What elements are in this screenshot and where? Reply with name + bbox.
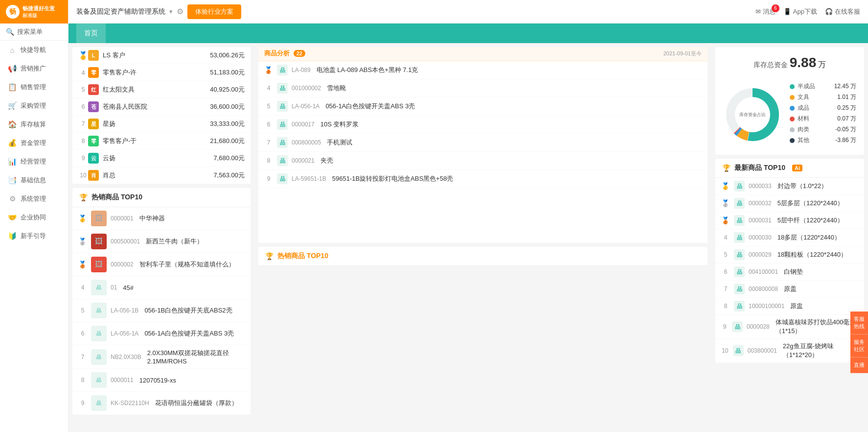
marketing-icon: 📢 bbox=[8, 64, 17, 73]
search-icon: 🔍 bbox=[6, 28, 14, 36]
gear-icon[interactable]: ⚙ bbox=[177, 7, 183, 16]
sidebar-item-sales[interactable]: 📋 销售管理 bbox=[0, 78, 68, 96]
customer-amount: 7,563.00元 bbox=[213, 171, 245, 180]
customer-badge: 零 bbox=[88, 136, 99, 146]
hot-product-row: 4 品 01 45# bbox=[72, 276, 251, 299]
top-rank-num: 7 bbox=[264, 139, 273, 146]
legend-value: -0.05 万 bbox=[835, 125, 856, 134]
medal-silver-icon: 🥈 bbox=[78, 238, 87, 245]
product-icon: 品 bbox=[277, 155, 288, 166]
trial-button[interactable]: 体验行业方案 bbox=[187, 4, 241, 19]
product-code: 0000028 bbox=[747, 323, 770, 330]
medal-bronze-icon: 🥉 bbox=[721, 216, 730, 224]
sidebar-item-operation[interactable]: 📊 经营管理 bbox=[0, 152, 68, 171]
home-icon: ⌂ bbox=[8, 46, 17, 54]
product-icon: 品 bbox=[734, 284, 745, 294]
sidebar-item-basic[interactable]: 📑 基础信息 bbox=[0, 171, 68, 190]
product-code: 01 bbox=[111, 284, 117, 291]
new-product-row: 8 品 10000100001 原盅 bbox=[715, 298, 864, 315]
trophy3-icon: 🏆 bbox=[722, 164, 731, 172]
product-code: 0000002 bbox=[111, 261, 134, 268]
product-image-placeholder: 品 bbox=[91, 326, 107, 341]
product-code: LA-089 bbox=[292, 67, 311, 73]
legend-item: 成品 0.25 万 bbox=[790, 104, 856, 112]
sidebar-item-purchase[interactable]: 🛒 采购管理 bbox=[0, 96, 68, 115]
legend-dot bbox=[790, 106, 795, 111]
hot-rank-num: 8 bbox=[78, 377, 87, 384]
customer-rank-row: 7 星 星扬 33,333.00元 bbox=[72, 116, 251, 133]
service-button[interactable]: 🎧 在线客服 bbox=[825, 7, 860, 16]
top-rank-num: 5 bbox=[264, 103, 273, 110]
new-product-row: 🥈 品 0000032 5层多层（1220*2440） bbox=[715, 195, 864, 212]
rank-num: 7 bbox=[78, 120, 88, 127]
product-code: 0000030 bbox=[749, 234, 772, 241]
product-name: 5层多层（1220*2440） bbox=[777, 199, 844, 208]
legend-dot bbox=[790, 138, 795, 143]
product-name: 原盖 bbox=[784, 285, 797, 293]
top-sell-row: 5 品 LA-056-1A 056-1A白色按键开关盖ABS 3壳 bbox=[258, 97, 708, 116]
search-menu[interactable]: 🔍 搜索菜单 bbox=[0, 24, 68, 41]
product-icon: 品 bbox=[277, 119, 288, 130]
float-live-button[interactable]: 直播 bbox=[850, 358, 868, 373]
dropdown-icon[interactable]: ▾ bbox=[169, 8, 173, 15]
sidebar-item-finance[interactable]: 💰 资金管理 bbox=[0, 134, 68, 152]
product-code: 0000017 bbox=[292, 121, 315, 128]
hot-products-list: 🥇 🖼 0000001 中华神器 🥈 🖼 000500001 新西兰牛肉（新牛）… bbox=[72, 207, 251, 415]
message-button[interactable]: ✉ 消息 6 bbox=[755, 7, 776, 16]
product-name: 056-1A白色按键开关盖ABS 3壳 bbox=[144, 329, 245, 338]
top-date: 2021-09-01至今 bbox=[663, 50, 702, 57]
app-logo: 畅 畅捷通好生意 标准版 bbox=[0, 0, 68, 24]
product-name: 22g鱼豆腐-烧烤味（1*12*20） bbox=[783, 342, 858, 360]
coop-icon: 🤝 bbox=[8, 213, 17, 222]
top-sell-row: 9 品 LA-59651-1B 59651-1B旋转投影灯电池盒ABS黑色+58… bbox=[258, 170, 708, 188]
top-section-label: 商品分析 22 bbox=[264, 49, 305, 58]
hot-rank-num: 6 bbox=[78, 330, 87, 337]
top-rank-num: 6 bbox=[264, 121, 273, 128]
message-icon: ✉ bbox=[755, 8, 761, 15]
product-code: LA-59651-1B bbox=[292, 175, 326, 182]
product-image-placeholder: 品 bbox=[91, 349, 107, 365]
sidebar-item-marketing[interactable]: 📢 营销推广 bbox=[0, 59, 68, 78]
sidebar-item-home[interactable]: ⌂ 快捷导航 bbox=[0, 41, 68, 59]
new-product-row: 4 品 0000030 18多层（1220*2440） bbox=[715, 229, 864, 246]
rank-num: 4 bbox=[78, 69, 88, 76]
float-community-button[interactable]: 服务社区 bbox=[850, 335, 868, 358]
customer-amount: 36,600.00元 bbox=[210, 102, 245, 111]
product-icon: 品 bbox=[734, 249, 745, 260]
new-product-row: 7 品 000800008 原盖 bbox=[715, 281, 864, 298]
customer-rank-row: 🥇 L LS 客户 53,006.26元 bbox=[72, 47, 251, 64]
sidebar-item-system[interactable]: ⚙ 系统管理 bbox=[0, 190, 68, 208]
left-panel: 🥇 L LS 客户 53,006.26元 4 零 零售客户-许 51,183.0… bbox=[69, 43, 254, 432]
product-code: LA-056-1A bbox=[292, 103, 320, 110]
product-code: 000800008 bbox=[749, 286, 778, 292]
product-image-placeholder: 品 bbox=[91, 395, 107, 411]
sidebar-item-inventory[interactable]: 🏠 库存核算 bbox=[0, 115, 68, 134]
legend-name: 半成品 bbox=[798, 82, 831, 91]
logo-text: 畅捷通好生意 标准版 bbox=[23, 5, 55, 18]
customer-name: 肖总 bbox=[103, 171, 213, 180]
customer-amount: 33,333.00元 bbox=[210, 120, 245, 128]
sidebar-item-guide[interactable]: 🔰 新手引导 bbox=[0, 227, 68, 245]
hot-product-row: 9 品 KK-SD22110H 花语萌恒温分蘸罐袋（厚款） bbox=[72, 392, 251, 415]
home-tab[interactable]: 首页 bbox=[76, 24, 106, 43]
new-products-card: 🏆 最新商品 TOP10 Ai 🥇 品 0000033 封边带（1.0*22） … bbox=[715, 159, 864, 363]
new-rank-num: 5 bbox=[721, 251, 730, 258]
donut-chart: 库存资金占比 bbox=[723, 85, 782, 144]
app-download-button[interactable]: 📱 App下载 bbox=[783, 7, 817, 16]
hot-middle-card: 🏆 热销商品 TOP10 bbox=[258, 247, 708, 266]
rank-num: 10 bbox=[78, 172, 88, 179]
new-rank-num: 4 bbox=[721, 234, 730, 241]
medal-gold-icon: 🥇 bbox=[721, 182, 730, 190]
hot-products-card: 🏆 热销商品 TOP10 🥇 🖼 0000001 中华神器 🥈 🖼 000500… bbox=[72, 188, 251, 415]
new-product-row: 🥇 品 0000033 封边带（1.0*22） bbox=[715, 178, 864, 195]
inventory-total: 库存总资金 9.88 万 bbox=[715, 47, 864, 78]
product-icon: 品 bbox=[277, 83, 288, 94]
sales-icon: 📋 bbox=[8, 83, 17, 92]
legend-item: 其他 -3.86 万 bbox=[790, 136, 856, 144]
sidebar-item-coop[interactable]: 🤝 企业协同 bbox=[0, 208, 68, 227]
product-name: 白钢垫 bbox=[784, 267, 803, 276]
new-product-row: 10 品 003800001 22g鱼豆腐-烧烤味（1*12*20） bbox=[715, 339, 864, 363]
customer-name: 红太阳文具 bbox=[103, 85, 210, 94]
customer-rank-row: 9 云 云扬 7,680.00元 bbox=[72, 150, 251, 167]
float-service-button[interactable]: 客服热线 bbox=[850, 312, 868, 335]
